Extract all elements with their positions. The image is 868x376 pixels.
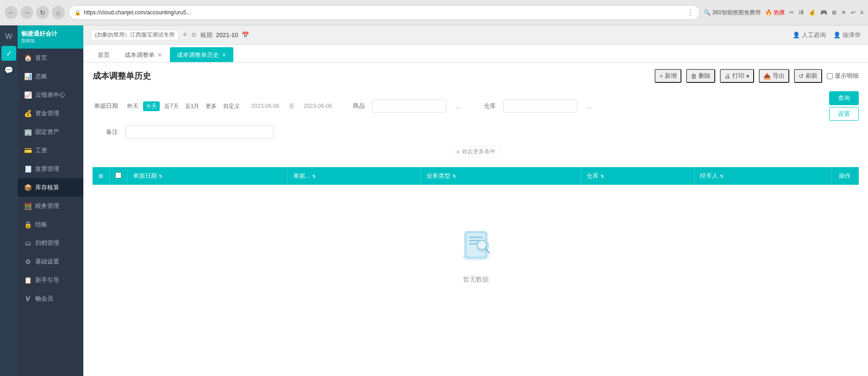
sidebar-item-settings[interactable]: ⚙ 基础设置: [18, 252, 83, 271]
sidebar-item-reports[interactable]: 📈 云报表中心: [18, 86, 83, 104]
show-detail-input[interactable]: [827, 73, 833, 79]
date-btn-custom[interactable]: 自定义: [221, 101, 242, 111]
nav-controls: ← → ↻ ⌂: [5, 6, 65, 19]
tab-cost-adjust-label: 成本调整单: [125, 51, 155, 59]
th-operator-label: 经手人: [700, 172, 718, 180]
sidebar-item-inventory[interactable]: 📦 库存核算: [18, 178, 83, 197]
sidebar-item-guide[interactable]: 📋 新手引导: [18, 271, 83, 289]
tab-cost-history-close[interactable]: ✕: [222, 52, 226, 58]
sidebar-item-member-label: 畅会员: [35, 295, 53, 303]
goods-filter-input[interactable]: [372, 100, 446, 113]
guide-icon: 📋: [24, 276, 31, 284]
operator-sort-btn[interactable]: 经手人 ⇅: [700, 172, 825, 180]
collapse-up-icon: ∧: [456, 149, 460, 155]
address-bar[interactable]: 🔒 https://cloud.chanjet.com/accounting/u…: [69, 5, 700, 20]
th-number-label: 单据...: [293, 172, 310, 180]
ai-consult-btn[interactable]: 👤 人工咨询: [793, 31, 826, 39]
app-logo[interactable]: 畅捷通好会计 旗舰版: [18, 25, 83, 49]
warehouse-more-btn[interactable]: ...: [585, 102, 594, 110]
export-button[interactable]: 📤 导出: [759, 69, 789, 83]
forward-button[interactable]: →: [20, 6, 33, 19]
th-date-label: 单据日期: [133, 172, 157, 180]
top-bar: (勿删勿禁用）江西服宝测试专用 + ⚙ 账期 2021-10 📅 👤 人工咨询 …: [83, 25, 868, 45]
settings-gear-icon[interactable]: ⚙: [191, 31, 197, 38]
sidebar-item-fixed[interactable]: 🏢 固定资产: [18, 123, 83, 141]
date-btn-yesterday[interactable]: 昨天: [125, 101, 140, 111]
inventory-icon: 📦: [24, 184, 31, 191]
rotate-tool: ↩: [851, 9, 856, 16]
delete-label: 删除: [699, 72, 711, 80]
new-icon: +: [659, 73, 663, 80]
th-checkbox[interactable]: [110, 167, 127, 185]
goods-filter-label: 商品: [339, 102, 365, 110]
grid-tool: ⊞: [832, 9, 837, 16]
delete-button[interactable]: 🗑 删除: [686, 69, 715, 83]
calendar-icon[interactable]: 📅: [242, 31, 249, 38]
th-warehouse: 仓库 ⇅: [581, 167, 694, 185]
sidebar-item-salary[interactable]: 💳 工资: [18, 141, 83, 160]
th-settings[interactable]: ⚙: [93, 167, 110, 185]
refresh-button[interactable]: ↻: [36, 6, 49, 19]
company-selector[interactable]: (勿删勿禁用）江西服宝测试专用: [91, 30, 179, 40]
sidebar-item-archive[interactable]: 🗂 归档管理: [18, 234, 83, 252]
warehouse-sort-btn[interactable]: 仓库 ⇅: [587, 172, 688, 180]
sidebar-item-invoice[interactable]: 🧾 发票管理: [18, 160, 83, 178]
query-button[interactable]: 查询: [829, 91, 859, 105]
new-button[interactable]: + 新增: [655, 69, 681, 83]
member-icon: V: [24, 295, 31, 302]
sidebar-item-funds[interactable]: 💰 资金管理: [18, 104, 83, 123]
closing-icon: 🔒: [24, 221, 31, 228]
date-shortcuts: 昨天 今天 近7天 近1月 更多 自定义: [125, 101, 242, 111]
home-button[interactable]: ⌂: [52, 6, 65, 19]
rail-item-weibo[interactable]: W: [1, 29, 16, 44]
sidebar-item-inventory-label: 库存核算: [35, 183, 59, 192]
date-btn-1month[interactable]: 近1月: [183, 101, 201, 111]
sidebar-item-ledger[interactable]: 📊 总账: [18, 67, 83, 86]
tab-cost-history[interactable]: 成本调整单历史 ✕: [170, 47, 233, 62]
settings-icon: ⚙: [24, 258, 31, 265]
th-biztype-label: 业务类型: [426, 172, 450, 180]
data-table: ⚙ 单据日期 ⇅: [93, 167, 859, 185]
remark-filter-input[interactable]: [125, 125, 274, 138]
biztype-sort-btn[interactable]: 业务类型 ⇅: [426, 172, 575, 180]
collapse-button[interactable]: ∧ 收起更多条件: [450, 146, 501, 157]
tab-cost-adjust-close[interactable]: ✕: [157, 52, 162, 58]
page-title: 成本调整单历史: [93, 70, 151, 81]
add-company-btn[interactable]: +: [182, 30, 187, 40]
page-actions: + 新增 🗑 删除 🖨 打印 ▾ 📤 导出: [655, 69, 859, 83]
print-button[interactable]: 🖨 打印 ▾: [720, 69, 754, 83]
date-btn-more[interactable]: 更多: [204, 101, 219, 111]
date-filter-label: 单据日期: [93, 102, 118, 110]
select-all-checkbox[interactable]: [115, 172, 121, 178]
svg-rect-4: [469, 240, 480, 241]
user-menu[interactable]: 👤 徐泽华: [833, 31, 861, 39]
consult-icon: 👤: [793, 31, 800, 38]
remark-filter-label: 备注: [93, 128, 118, 136]
warehouse-filter-input[interactable]: [503, 100, 577, 113]
date-sort-btn[interactable]: 单据日期 ⇅: [133, 172, 281, 180]
refresh-button[interactable]: ↺ 刷新: [794, 69, 822, 83]
filter-settings-button[interactable]: 设置: [829, 107, 859, 121]
date-btn-today[interactable]: 今天: [143, 101, 160, 111]
goods-more-btn[interactable]: ...: [454, 102, 463, 110]
sidebar-item-home[interactable]: 🏠 首页: [18, 49, 83, 67]
sidebar-item-tax[interactable]: 🧮 税务管理: [18, 197, 83, 215]
tab-cost-adjust[interactable]: 成本调整单 ✕: [118, 47, 169, 62]
tab-home[interactable]: 首页: [91, 47, 117, 62]
page-header: 成本调整单历史 + 新增 🗑 删除 🖨 打印 ▾: [83, 63, 868, 88]
number-sort-btn[interactable]: 单据... ⇅: [293, 172, 414, 180]
sidebar-item-closing[interactable]: 🔒 结账: [18, 215, 83, 234]
back-button[interactable]: ←: [5, 6, 18, 19]
rail-item-chat[interactable]: 💬: [1, 63, 16, 77]
period-label: 账期: [200, 31, 212, 39]
sidebar-item-member[interactable]: V 畅会员: [18, 289, 83, 308]
collapse-area: ∧ 收起更多条件: [93, 143, 859, 160]
date-btn-7days[interactable]: 近7天: [162, 101, 181, 111]
export-icon: 📤: [763, 73, 771, 80]
rail-item-active[interactable]: ✓: [1, 46, 16, 61]
th-warehouse-label: 仓库: [587, 172, 599, 180]
show-detail-label: 显示明细: [835, 72, 859, 80]
column-settings-icon[interactable]: ⚙: [98, 173, 104, 180]
empty-text: 暂无数据: [463, 276, 489, 284]
show-detail-checkbox[interactable]: 显示明细: [827, 72, 859, 80]
